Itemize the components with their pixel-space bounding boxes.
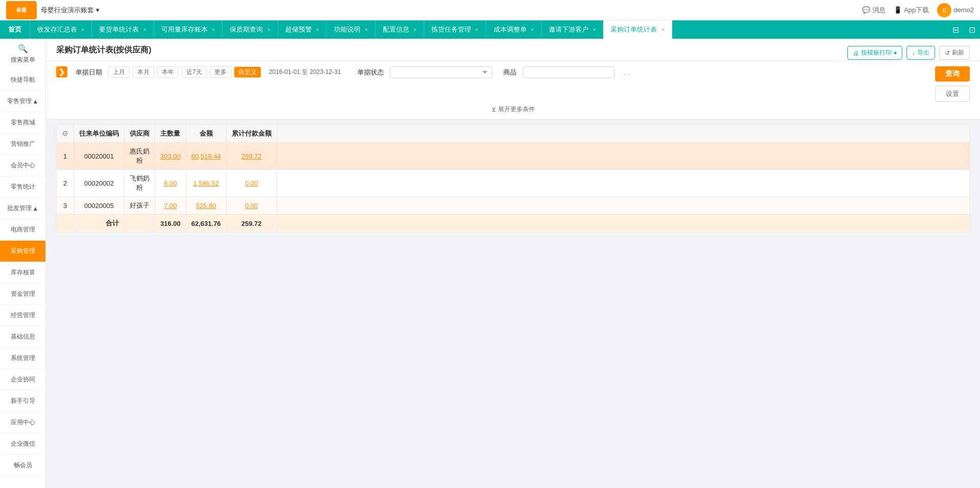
app-download-button[interactable]: 📱 App下载 [894, 6, 929, 15]
th-gear[interactable]: ⚙ [57, 125, 74, 143]
close-tab-available-stock[interactable]: × [212, 27, 215, 33]
sidebar-item-basic-info[interactable]: 基础信息 [0, 326, 45, 348]
gear-icon[interactable]: ⚙ [62, 130, 68, 138]
dropdown-icon: ▾ [894, 49, 897, 57]
sidebar-item-inventory[interactable]: 库存核算 [0, 262, 45, 284]
cell-qty[interactable]: 6.00 [155, 170, 186, 197]
sidebar-item-finance[interactable]: 资金管理 [0, 284, 45, 305]
cell-paid[interactable]: 0.00 [226, 170, 277, 197]
close-tab-purchase-order-summary[interactable]: × [661, 27, 664, 33]
top-bar-left: 标题 母婴行业演示账套 ▾ [6, 1, 100, 19]
cell-no: 3 [57, 197, 74, 215]
tab-function-desc[interactable]: 功能说明 × [327, 20, 375, 39]
chevron-icon: ▲ [33, 98, 39, 105]
sidebar-item-wholesale[interactable]: 批发管理 ▲ [0, 198, 45, 219]
main-layout: 🔍 搜索菜单 快捷导航 零售管理 ▲ 零售商城 营销推广 会员中心 零售统计 批… [0, 39, 980, 488]
more-date-btn[interactable]: 更多 [210, 66, 231, 78]
setting-button[interactable]: 设置 [935, 86, 970, 102]
nav-tabs: 首页 收发存汇总表 × 要货单统计表 × 可用量库存账本 × 保质期查询 × 超… [0, 20, 980, 39]
footer-label: 合计 [74, 215, 125, 233]
tab-home[interactable]: 首页 [0, 20, 30, 39]
goods-filter-label: 商品 [503, 68, 517, 77]
sidebar-item-marketing[interactable]: 营销推广 [0, 134, 45, 155]
tab-purchase-order-summary[interactable]: 采购订单统计表 × [603, 20, 672, 39]
avatar: E [937, 3, 951, 17]
close-tab-cost-adjust[interactable]: × [531, 27, 534, 33]
expand-more-button[interactable]: ⊻ 展开更多条件 [492, 105, 535, 114]
tab-invite-downstream[interactable]: 邀请下游客户 × [542, 20, 603, 39]
tab-cost-adjust[interactable]: 成本调整单 × [486, 20, 542, 39]
message-button[interactable]: 💬 消息 [862, 6, 886, 15]
goods-input[interactable] [523, 66, 615, 78]
tab-config-info[interactable]: 配置信息 × [376, 20, 424, 39]
sidebar-item-member[interactable]: 会员中心 [0, 155, 45, 176]
close-tab-picking-task[interactable]: × [475, 27, 478, 33]
cell-qty[interactable]: 7.00 [155, 197, 186, 215]
sidebar-item-quick-nav[interactable]: 快捷导航 [0, 69, 45, 91]
custom-date-btn[interactable]: 自定义 [234, 67, 261, 78]
sidebar-search[interactable]: 🔍 搜索菜单 [0, 39, 45, 69]
sidebar: 🔍 搜索菜单 快捷导航 零售管理 ▲ 零售商城 营销推广 会员中心 零售统计 批… [0, 39, 46, 488]
sidebar-item-enterprise-coop[interactable]: 企业协同 [0, 369, 45, 391]
template-print-button[interactable]: 🖨 按模板打印 ▾ [847, 46, 902, 60]
sidebar-item-app-center[interactable]: 应用中心 [0, 412, 45, 433]
close-tab-config-info[interactable]: × [413, 27, 416, 33]
date-shortcuts: 上月 本月 本年 近7天 更多 自定义 [108, 66, 261, 78]
query-button[interactable]: 查询 [935, 66, 970, 82]
tab-overstock[interactable]: 超储预警 × [278, 20, 327, 39]
sidebar-item-retail[interactable]: 零售管理 ▲ [0, 91, 45, 112]
sidebar-item-ecommerce[interactable]: 电商管理 [0, 219, 45, 241]
workspace-selector[interactable]: 母婴行业演示账套 ▾ [41, 6, 100, 15]
user-profile[interactable]: E demo2 [937, 3, 974, 17]
tab-warranty[interactable]: 保质期查询 × [223, 20, 278, 39]
filter-toggle-button[interactable]: ❯ [56, 66, 67, 78]
footer-paid: 259.72 [226, 215, 277, 233]
tab-available-stock[interactable]: 可用量库存账本 × [154, 20, 223, 39]
sidebar-item-enterprise-wechat[interactable]: 企业微信 [0, 433, 45, 455]
export-icon: ↓ [912, 49, 915, 57]
cell-supplier: 飞鹤奶粉 [125, 170, 155, 197]
tab-order-summary[interactable]: 要货单统计表 × [92, 20, 154, 39]
filter-row-main: ❯ 单据日期 上月 本月 本年 近7天 更多 自定义 2016-01-01 至 … [56, 66, 970, 102]
cell-no: 1 [57, 143, 74, 170]
export-button[interactable]: ↓ 导出 [906, 46, 935, 60]
query-actions: 查询 设置 [935, 66, 970, 102]
cell-amount[interactable]: 60,519.44 [186, 143, 226, 170]
sidebar-item-retail-stats[interactable]: 零售统计 [0, 176, 45, 198]
nav-fullscreen-button[interactable]: ⊡ [964, 20, 980, 39]
this-year-btn[interactable]: 本年 [157, 66, 179, 78]
close-tab-warranty[interactable]: × [267, 27, 270, 33]
close-tab-invite-downstream[interactable]: × [593, 27, 596, 33]
sidebar-item-operations[interactable]: 经营管理 [0, 305, 45, 326]
refresh-button[interactable]: ↺ 刷新 [939, 46, 970, 60]
close-tab-function-desc[interactable]: × [364, 27, 368, 33]
filter-area: ❯ 单据日期 上月 本月 本年 近7天 更多 自定义 2016-01-01 至 … [46, 61, 980, 119]
th-amount: 金额 [186, 125, 226, 143]
sidebar-item-purchase[interactable]: 采购管理 [0, 241, 45, 262]
last-7-days-btn[interactable]: 近7天 [182, 66, 207, 78]
cell-qty[interactable]: 303.00 [155, 143, 186, 170]
th-qty: 主数量 [155, 125, 186, 143]
tab-picking-task[interactable]: 拣货任务管理 × [424, 20, 486, 39]
table-row: 1 00020001 惠氏奶粉 303.00 60,519.44 259.72 [57, 143, 970, 170]
tab-receive-send[interactable]: 收发存汇总表 × [30, 20, 92, 39]
close-tab-order-summary[interactable]: × [143, 27, 146, 33]
sidebar-item-new-guide[interactable]: 新手引导 [0, 391, 45, 412]
refresh-icon: ↺ [945, 49, 950, 57]
more-filter-icon[interactable]: … [623, 68, 631, 77]
sidebar-item-retail-mall[interactable]: 零售商城 [0, 112, 45, 134]
cell-paid[interactable]: 259.72 [226, 143, 277, 170]
sidebar-item-vip[interactable]: 畅会员 [0, 455, 45, 476]
this-month-btn[interactable]: 本月 [133, 66, 154, 78]
footer-qty: 316.00 [155, 215, 186, 233]
close-tab-receive-send[interactable]: × [81, 27, 84, 33]
cell-paid[interactable]: 0.00 [226, 197, 277, 215]
status-select[interactable] [390, 66, 492, 78]
sidebar-item-system[interactable]: 系统管理 [0, 348, 45, 369]
cell-amount[interactable]: 1,586.52 [186, 170, 226, 197]
th-paid: 累计付款金额 [226, 125, 277, 143]
nav-collapse-button[interactable]: ⊟ [947, 20, 964, 39]
last-month-btn[interactable]: 上月 [108, 66, 130, 78]
close-tab-overstock[interactable]: × [316, 27, 319, 33]
cell-amount[interactable]: 525.80 [186, 197, 226, 215]
